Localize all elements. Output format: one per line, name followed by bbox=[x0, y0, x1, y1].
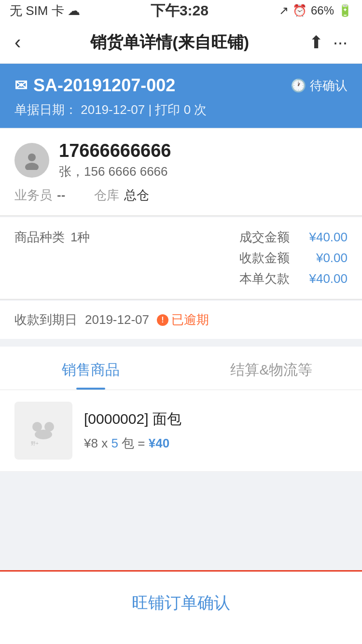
confirm-btn-wrapper: 旺铺订单确认 bbox=[0, 570, 362, 644]
due-date-card: 收款到期日 2019-12-07 ! 已逾期 bbox=[0, 301, 362, 339]
tabs-row: 销售商品 结算&物流等 bbox=[0, 347, 362, 390]
customer-phone: 17666666666 bbox=[59, 140, 171, 161]
salesperson-value: -- bbox=[57, 188, 65, 203]
tab-products[interactable]: 销售商品 bbox=[0, 347, 181, 390]
location-icon: ↗ bbox=[279, 4, 289, 17]
product-list: 野+ [0000002] 面包 ¥8 x 5 包 = ¥40 bbox=[0, 390, 362, 472]
svg-point-0 bbox=[28, 154, 36, 161]
tab-settlement[interactable]: 结算&物流等 bbox=[181, 347, 362, 390]
overdue-warning-icon: ! bbox=[157, 314, 168, 326]
page-title: 销货单详情(来自旺铺) bbox=[30, 31, 309, 54]
product-multiply-symbol: x bbox=[101, 436, 111, 450]
avatar bbox=[14, 143, 49, 178]
tabs-section: 销售商品 结算&物流等 bbox=[0, 347, 362, 390]
svg-point-4 bbox=[35, 430, 52, 439]
svg-text:野+: 野+ bbox=[31, 441, 39, 446]
svg-point-1 bbox=[25, 163, 39, 170]
overdue-badge: ! 已逾期 bbox=[157, 311, 209, 328]
status-bar: 无 SIM 卡 ☁ 下午3:28 ↗ ⏰ 66% 🔋 bbox=[0, 0, 362, 21]
product-price-row: ¥8 x 5 包 = ¥40 bbox=[84, 435, 348, 452]
order-print-unit: 次 bbox=[194, 102, 207, 117]
battery-label: 66% bbox=[311, 4, 334, 17]
product-info: [0000002] 面包 ¥8 x 5 包 = ¥40 bbox=[84, 409, 348, 452]
warehouse-label: 仓库 bbox=[94, 187, 119, 204]
product-thumbnail: 野+ bbox=[14, 402, 72, 460]
amount-label-0: 成交金额 bbox=[239, 229, 290, 246]
category-field: 商品种类 1种 bbox=[14, 229, 90, 246]
warehouse-value: 总仓 bbox=[124, 187, 149, 204]
nav-actions: ⬆ ··· bbox=[309, 32, 348, 53]
sim-label: 无 SIM 卡 ☁ bbox=[10, 2, 80, 19]
order-date-row: 单据日期： 2019-12-07 | 打印 0 次 bbox=[14, 101, 348, 118]
order-print-count: 0 bbox=[184, 102, 191, 117]
product-unit: 包 bbox=[122, 436, 134, 450]
overdue-text: 已逾期 bbox=[171, 311, 209, 328]
category-label: 商品种类 bbox=[14, 229, 65, 246]
status-time: 下午3:28 bbox=[151, 1, 209, 21]
divider-1 bbox=[0, 215, 362, 216]
due-date-value: 2019-12-07 bbox=[85, 312, 149, 327]
battery-icon: 🔋 bbox=[338, 4, 352, 17]
summary-row-2: 本单欠款 ¥40.00 bbox=[239, 270, 348, 287]
amount-value-1: ¥0.00 bbox=[299, 251, 348, 266]
back-button[interactable]: ‹ bbox=[14, 31, 21, 53]
divider-2 bbox=[0, 299, 362, 300]
amount-label-1: 收款金额 bbox=[239, 250, 290, 266]
summary-row-1: 收款金额 ¥0.00 bbox=[239, 250, 348, 266]
order-print-label: 打印 bbox=[155, 102, 180, 117]
order-envelope-icon: ✉ bbox=[14, 76, 28, 95]
product-code: [0000002] bbox=[84, 411, 148, 427]
alarm-icon: ⏰ bbox=[292, 4, 307, 17]
warehouse-field: 仓库 总仓 bbox=[94, 187, 149, 204]
product-total: ¥40 bbox=[149, 436, 169, 450]
product-equals-symbol: = bbox=[138, 436, 148, 450]
more-button[interactable]: ··· bbox=[333, 32, 348, 53]
product-qty: 5 bbox=[111, 436, 118, 450]
confirm-order-button[interactable]: 旺铺订单确认 bbox=[14, 581, 348, 625]
salesperson-field: 业务员 -- bbox=[14, 187, 65, 204]
amount-value-2: ¥40.00 bbox=[299, 271, 348, 286]
customer-meta: 业务员 -- 仓库 总仓 bbox=[14, 187, 348, 204]
clock-icon: 🕐 bbox=[291, 78, 306, 93]
summary-amounts: 成交金额 ¥40.00 收款金额 ¥0.00 本单欠款 ¥40.00 bbox=[239, 229, 348, 287]
order-id: ✉ SA-20191207-002 bbox=[14, 75, 175, 96]
order-status-text: 待确认 bbox=[310, 77, 348, 94]
order-date-separator: | bbox=[148, 102, 155, 117]
product-title: 面包 bbox=[153, 411, 181, 427]
order-date-label: 单据日期： bbox=[14, 102, 77, 117]
salesperson-label: 业务员 bbox=[14, 187, 52, 204]
due-date-label: 收款到期日 bbox=[14, 311, 77, 328]
status-left: 无 SIM 卡 ☁ bbox=[10, 2, 80, 19]
order-header: ✉ SA-20191207-002 🕐 待确认 单据日期： 2019-12-07… bbox=[0, 64, 362, 128]
order-status: 🕐 待确认 bbox=[291, 77, 348, 94]
summary-row-0: 成交金额 ¥40.00 bbox=[239, 229, 348, 246]
order-date-value: 2019-12-07 bbox=[81, 102, 145, 117]
product-unit-price: ¥8 bbox=[84, 436, 98, 450]
product-name: [0000002] 面包 bbox=[84, 409, 348, 429]
summary-card: 商品种类 1种 成交金额 ¥40.00 收款金额 ¥0.00 本单欠款 ¥40.… bbox=[0, 217, 362, 299]
table-row: 野+ [0000002] 面包 ¥8 x 5 包 = ¥40 bbox=[0, 390, 362, 472]
share-button[interactable]: ⬆ bbox=[309, 32, 323, 53]
amount-value-0: ¥40.00 bbox=[299, 230, 348, 245]
amount-label-2: 本单欠款 bbox=[239, 270, 290, 287]
status-right: ↗ ⏰ 66% 🔋 bbox=[279, 4, 352, 17]
customer-name: 张，156 6666 6666 bbox=[59, 163, 171, 180]
order-id-text: SA-20191207-002 bbox=[33, 75, 175, 96]
nav-bar: ‹ 销货单详情(来自旺铺) ⬆ ··· bbox=[0, 21, 362, 64]
category-value: 1种 bbox=[70, 229, 90, 246]
customer-card: 17666666666 张，156 6666 6666 业务员 -- 仓库 总仓 bbox=[0, 129, 362, 215]
